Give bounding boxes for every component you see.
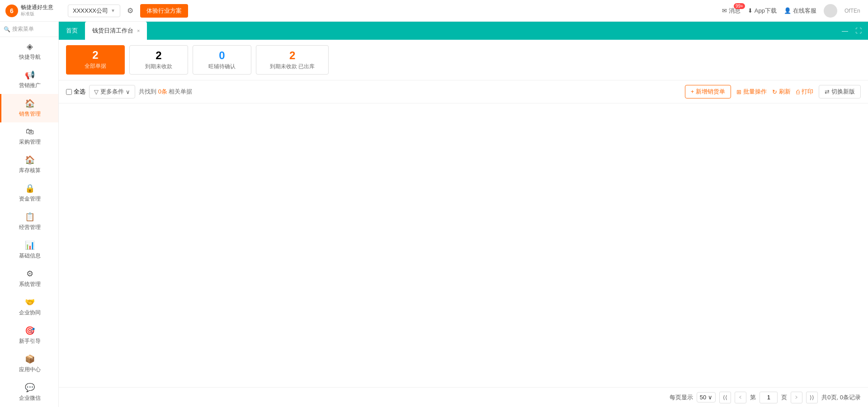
sidebar-search-area[interactable]: 🔍 搜索菜单 (0, 22, 58, 37)
tab-close-icon[interactable]: × (137, 28, 140, 33)
tab-minimize-button[interactable]: — (840, 25, 850, 36)
service-icon: 👤 (784, 7, 791, 14)
switch-icon: ⇄ (825, 89, 830, 95)
avatar-name: OfTEn (844, 4, 863, 18)
trial-button[interactable]: 体验行业方案 (140, 4, 188, 18)
logo-icon: 6 (5, 5, 18, 17)
stat-number-shipped: 2 (289, 49, 295, 62)
stat-card-shipped[interactable]: 2 到期未收款 已出库 (256, 45, 329, 75)
avatar[interactable] (824, 4, 837, 18)
tab-bar: 首页 钱货日清工作台 × — ⛶ (59, 22, 868, 40)
select-all-checkbox[interactable]: 全选 (66, 88, 85, 96)
sidebar-item-system[interactable]: ⚙ 系统管理 (0, 264, 58, 293)
chevron-down-icon: ▼ (111, 8, 115, 13)
main-layout: 🔍 搜索菜单 ◈ 快捷导航 📢 营销推广 🏠 销售管理 🛍 采购管理 🏠 库存核… (0, 22, 868, 407)
last-page-button[interactable]: ⟩⟩ (806, 392, 818, 403)
select-all-input[interactable] (66, 89, 72, 95)
sidebar-item-purchase[interactable]: 🛍 采购管理 (0, 122, 58, 150)
sidebar-item-inventory[interactable]: 🏠 库存核算 (0, 150, 58, 179)
sales-icon: 🏠 (24, 98, 35, 108)
stat-card-all[interactable]: 2 全部单据 (66, 45, 125, 75)
download-icon: ⬇ (748, 7, 753, 14)
tab-maximize-button[interactable]: ⛶ (854, 25, 863, 36)
sidebar-item-guide[interactable]: 🎯 新手引导 (0, 321, 58, 350)
new-sales-order-button[interactable]: + 新增销货单 (685, 85, 731, 98)
prev-page-button[interactable]: ﹤ (735, 392, 746, 403)
content-area: 首页 钱货日清工作台 × — ⛶ 2 全部单据 2 到期未收款 (59, 22, 868, 407)
toolbar: 全选 ▽ 更多条件 ∨ 共找到 0条 相关单据 + 新增销货单 (59, 80, 868, 103)
online-service-label: 在线客服 (793, 7, 816, 15)
page-content: 2 全部单据 2 到期未收款 0 旺辅待确认 2 到期未收款 已出库 (59, 40, 868, 407)
stat-number-all: 2 (92, 49, 98, 61)
app-download-action[interactable]: ⬇ App下载 (748, 7, 777, 15)
wechat-icon: 💬 (24, 383, 35, 393)
logo-text: 畅捷通好生意 (21, 4, 53, 11)
sidebar-item-label: 系统管理 (19, 281, 41, 288)
found-text: 共找到 0条 相关单据 (139, 88, 192, 96)
found-count: 0条 (158, 88, 167, 95)
sidebar-item-label: 销售管理 (19, 110, 41, 118)
app-download-label: App下载 (755, 7, 777, 15)
basic-info-icon: 📊 (24, 240, 35, 250)
next-page-button[interactable]: ﹥ (791, 392, 802, 403)
sidebar-item-enterprise[interactable]: 🤝 企业协同 (0, 293, 58, 321)
sidebar-item-marketing[interactable]: 📢 营销推广 (0, 65, 58, 94)
inventory-icon: 🏠 (24, 155, 35, 165)
filter-button[interactable]: ▽ 更多条件 ∨ (89, 85, 135, 98)
message-action[interactable]: ✉ 消息 99+ (722, 7, 741, 15)
settings-button[interactable]: ⚙ (124, 5, 137, 17)
search-menu-label: 搜索菜单 (12, 25, 34, 33)
marketing-icon: 📢 (24, 70, 35, 80)
search-icon: 🔍 (4, 26, 10, 33)
sidebar-item-quick-nav[interactable]: ◈ 快捷导航 (0, 37, 58, 65)
stats-row: 2 全部单据 2 到期未收款 0 旺辅待确认 2 到期未收款 已出库 (59, 40, 868, 80)
per-page-value: 50 (700, 394, 706, 401)
per-page-select[interactable]: 50 ∨ (697, 392, 716, 402)
stat-card-overdue[interactable]: 2 到期未收款 (129, 45, 188, 75)
app-center-icon: 📦 (24, 354, 35, 364)
filter-chevron-icon: ∨ (126, 89, 130, 95)
sidebar-item-label: 企业微信 (19, 394, 41, 402)
sidebar-item-basic-info[interactable]: 📊 基础信息 (0, 236, 58, 264)
sidebar-item-app-center[interactable]: 📦 应用中心 (0, 350, 58, 378)
operations-icon: 📋 (24, 212, 35, 222)
per-page-label: 每页显示 (670, 393, 693, 402)
first-page-button[interactable]: ⟨⟨ (719, 392, 731, 403)
switch-label: 切换新版 (831, 88, 855, 96)
sidebar-item-sales[interactable]: 🏠 销售管理 (0, 94, 58, 122)
company-selector[interactable]: XXXXXX公司 ▼ (68, 5, 120, 17)
search-menu-btn[interactable]: 🔍 搜索菜单 (4, 25, 55, 33)
sidebar: 🔍 搜索菜单 ◈ 快捷导航 📢 营销推广 🏠 销售管理 🛍 采购管理 🏠 库存核… (0, 22, 59, 407)
refresh-button[interactable]: ↻ 刷新 (772, 88, 791, 96)
toolbar-left: 全选 ▽ 更多条件 ∨ 共找到 0条 相关单据 (66, 85, 681, 98)
tab-bar-actions: — ⛶ (840, 25, 868, 36)
sidebar-item-label: 基础信息 (19, 252, 41, 260)
batch-icon: ⊞ (736, 89, 741, 95)
toolbar-right: + 新增销货单 ⊞ 批量操作 ↻ 刷新 ⎙ 打印 ⇄ (685, 85, 861, 98)
batch-label: 批量操作 (743, 88, 767, 96)
filter-icon: ▽ (94, 89, 99, 95)
message-icon: ✉ (722, 7, 727, 14)
header-right: ✉ 消息 99+ ⬇ App下载 👤 在线客服 OfTEn (722, 4, 863, 18)
message-badge: 99+ (734, 3, 745, 9)
sidebar-item-finance[interactable]: 🔒 资金管理 (0, 179, 58, 207)
page-input[interactable] (760, 392, 778, 403)
stat-label-all: 全部单据 (85, 62, 106, 70)
sidebar-item-label: 经营管理 (19, 224, 41, 231)
switch-version-button[interactable]: ⇄ 切换新版 (819, 85, 861, 98)
sidebar-item-label: 企业协同 (19, 309, 41, 317)
tab-active[interactable]: 钱货日清工作台 × (85, 22, 147, 40)
online-service-action[interactable]: 👤 在线客服 (784, 7, 816, 15)
logo-area: 6 畅捷通好生意 标准版 (5, 4, 64, 18)
sidebar-item-wechat[interactable]: 💬 企业微信 (0, 378, 58, 407)
stat-label-shipped: 到期未收款 已出库 (270, 63, 315, 70)
print-button[interactable]: ⎙ 打印 (796, 88, 813, 96)
sidebar-item-label: 快捷导航 (19, 53, 41, 61)
select-all-label: 全选 (74, 88, 85, 96)
batch-operation-button[interactable]: ⊞ 批量操作 (736, 88, 767, 96)
stat-card-wangpu[interactable]: 0 旺辅待确认 (193, 45, 251, 75)
print-label: 打印 (802, 88, 813, 96)
tab-home[interactable]: 首页 (59, 22, 85, 40)
print-icon: ⎙ (796, 89, 800, 95)
sidebar-item-operations[interactable]: 📋 经营管理 (0, 207, 58, 236)
